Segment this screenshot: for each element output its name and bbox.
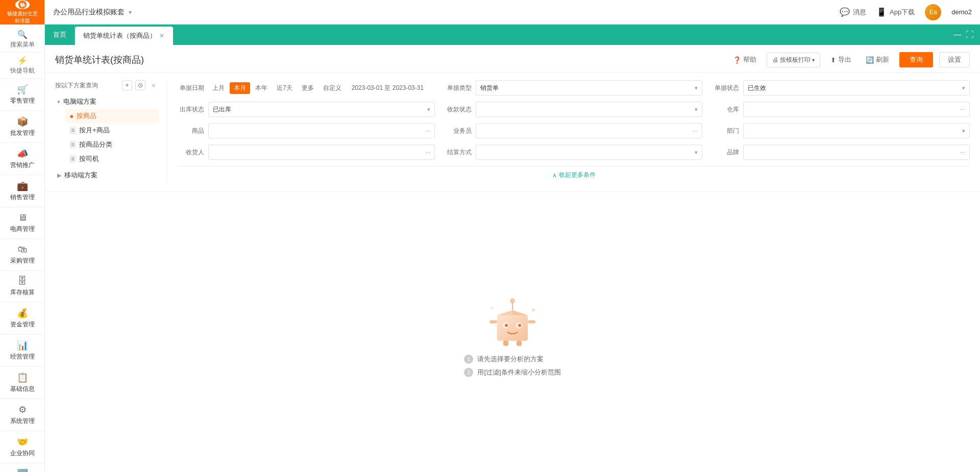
sidebar: 畅 畅捷通好生意 标准版 🔍 搜索菜单 ⚡ 快捷导航 🛒 零售管理 📦 批发管理… [0, 0, 45, 472]
sidebar-item-purchase[interactable]: 🛍 采购管理 [0, 239, 44, 271]
svg-text:✦: ✦ [530, 306, 536, 314]
warehouse-input-field[interactable] [748, 106, 958, 113]
doc-type-select[interactable]: 销货单 ▾ [476, 80, 702, 96]
product-label: 商品 [178, 127, 208, 135]
sidebar-item-ecommerce[interactable]: 🖥 电商管理 [0, 207, 44, 239]
tab-close-icon[interactable]: ✕ [159, 32, 164, 39]
scheme-item-by-month-product-label: 按月+商品 [79, 126, 110, 135]
filter-section: 按以下方案查询 + ⊙ « ▾ 电脑端方案 [45, 73, 980, 192]
query-button[interactable]: 查询 [899, 52, 933, 67]
scheme-item-by-product[interactable]: ● 按商品 [65, 109, 159, 123]
salesperson-input-field[interactable] [480, 127, 691, 134]
payment-select[interactable]: ▾ [476, 102, 702, 117]
date-tab-this-month[interactable]: 本月 [230, 82, 250, 94]
empty-tip-1: 1 请先选择要分析的方案 [464, 355, 560, 364]
scheme-edit-button[interactable]: ⊙ [135, 80, 145, 90]
sidebar-item-sales[interactable]: 💼 销售管理 [0, 175, 44, 207]
tab-home[interactable]: 首页 [45, 25, 75, 45]
scheme-item-by-cashier[interactable]: ≡ 按司机 [65, 152, 159, 166]
department-select[interactable]: ▾ [743, 123, 970, 138]
sidebar-item-corp[interactable]: 🤝 企业协同 [0, 431, 44, 463]
print-icon: 🖨 [772, 56, 778, 63]
date-tab-7days[interactable]: 近7天 [273, 82, 297, 94]
purchase-icon: 🛍 [18, 244, 27, 255]
industry-dropdown[interactable]: ▾ [129, 9, 132, 16]
filter-row-4: 收货人 ··· 结算方式 ▾ [178, 145, 970, 160]
svg-rect-2 [497, 315, 528, 341]
sidebar-item-guide[interactable]: 🆕 新手引导 [0, 463, 44, 472]
tab-report[interactable]: 销货单统计表（按商品） ✕ [75, 27, 173, 45]
scheme-add-button[interactable]: + [122, 80, 132, 90]
collapse-conditions-button[interactable]: ∧ 收起更多条件 [178, 166, 970, 183]
print-button[interactable]: 🖨 按模板打印 ▾ [767, 53, 820, 67]
payment-field: 收款状态 ▾ [445, 102, 702, 117]
brand-input-field[interactable] [748, 149, 958, 156]
refresh-button[interactable]: 🔄 刷新 [862, 53, 893, 66]
doc-type-field: 单据类型 销货单 ▾ [445, 80, 702, 96]
date-range-display: 2023-03-01 至 2023-03-31 [352, 84, 424, 92]
scheme-icon-group: + ⊙ « [122, 80, 159, 90]
product-input-field[interactable] [213, 127, 423, 134]
quick-nav-item[interactable]: ⚡ 快捷导航 [0, 53, 44, 79]
page-actions: ❓ 帮助 🖨 按模板打印 ▾ ⬆ 导出 🔄 刷新 [729, 52, 970, 67]
scheme-item-by-product-label: 按商品 [77, 111, 96, 121]
settlement-select[interactable]: ▾ [476, 145, 702, 160]
ecommerce-icon: 🖥 [18, 213, 27, 223]
app-download-action[interactable]: 📱 App下载 [876, 7, 915, 17]
sidebar-item-finance[interactable]: 💰 资金管理 [0, 302, 44, 335]
sidebar-item-ops[interactable]: 📊 经营管理 [0, 335, 44, 367]
warehouse-input[interactable]: ··· [743, 102, 970, 117]
sidebar-item-wholesale[interactable]: 📦 批发管理 [0, 111, 44, 143]
salesperson-field: 业务员 ··· [445, 123, 702, 138]
date-tab-custom[interactable]: 自定义 [319, 82, 346, 94]
brand-input[interactable]: ··· [743, 145, 970, 160]
svg-rect-7 [489, 320, 497, 323]
scheme-item-by-category[interactable]: ≡ 按商品分类 [65, 137, 159, 152]
scheme-group-desktop: ▾ 电脑端方案 ● 按商品 ≡ 按月+商品 [55, 95, 159, 166]
brand-dots-icon[interactable]: ··· [960, 149, 965, 156]
corp-label: 企业协同 [10, 449, 35, 458]
warehouse-dots-icon[interactable]: ··· [960, 106, 965, 113]
receiver-input-field[interactable] [213, 149, 423, 156]
salesperson-input[interactable]: ··· [476, 123, 702, 138]
receiver-dots-icon[interactable]: ··· [425, 149, 430, 156]
out-status-select[interactable]: 已出库 ▾ [208, 102, 435, 117]
help-button[interactable]: ❓ 帮助 [729, 53, 761, 66]
scheme-item-by-month-product[interactable]: ≡ 按月+商品 [65, 123, 159, 137]
sidebar-item-inventory[interactable]: 🗄 库存核算 [0, 271, 44, 302]
help-label: 帮助 [743, 55, 756, 64]
product-dots-icon[interactable]: ··· [425, 127, 430, 134]
export-icon: ⬆ [830, 56, 836, 64]
message-action[interactable]: 💬 消息 [840, 7, 866, 17]
ecommerce-label: 电商管理 [10, 225, 35, 233]
date-filter-field: 单据日期 上月 本月 本年 近7天 更多 自定义 [178, 82, 435, 94]
sidebar-item-marketing[interactable]: 📣 营销推广 [0, 143, 44, 175]
finance-label: 资金管理 [10, 320, 35, 329]
out-status-field: 出库状态 已出库 ▾ [178, 102, 435, 117]
settings-button[interactable]: 设置 [939, 52, 970, 67]
scheme-collapse-button[interactable]: « [149, 80, 159, 90]
tab-minimize-icon[interactable]: — [953, 30, 962, 39]
search-menu-item[interactable]: 🔍 搜索菜单 [0, 25, 44, 53]
product-input[interactable]: ··· [208, 123, 435, 138]
scheme-group-mobile-header[interactable]: ▶ 移动端方案 [55, 168, 159, 182]
phone-icon: 📱 [876, 7, 887, 17]
page-content: 销货单统计表(按商品) ❓ 帮助 🖨 按模板打印 ▾ ⬆ 导出 [45, 45, 980, 472]
svg-text:畅: 畅 [20, 2, 25, 8]
tab-maximize-icon[interactable]: ⛶ [966, 30, 974, 39]
date-tab-last-month[interactable]: 上月 [208, 82, 229, 94]
doc-status-select[interactable]: 已生效 ▾ [743, 80, 970, 96]
refresh-icon: 🔄 [866, 56, 874, 64]
salesperson-dots-icon[interactable]: ··· [693, 127, 698, 134]
scheme-group-desktop-header[interactable]: ▾ 电脑端方案 [55, 95, 159, 109]
date-tab-this-year[interactable]: 本年 [251, 82, 272, 94]
sidebar-item-retail[interactable]: 🛒 零售管理 [0, 79, 44, 111]
department-field: 部门 ▾ [713, 123, 970, 138]
user-avatar[interactable]: Ea [925, 4, 941, 20]
sidebar-item-base[interactable]: 📋 基础信息 [0, 367, 44, 399]
date-tab-more[interactable]: 更多 [298, 82, 318, 94]
receiver-input[interactable]: ··· [208, 145, 435, 160]
mobile-group-arrow-icon: ▶ [57, 172, 61, 179]
export-button[interactable]: ⬆ 导出 [826, 53, 855, 66]
sidebar-item-system[interactable]: ⚙ 系统管理 [0, 399, 44, 431]
